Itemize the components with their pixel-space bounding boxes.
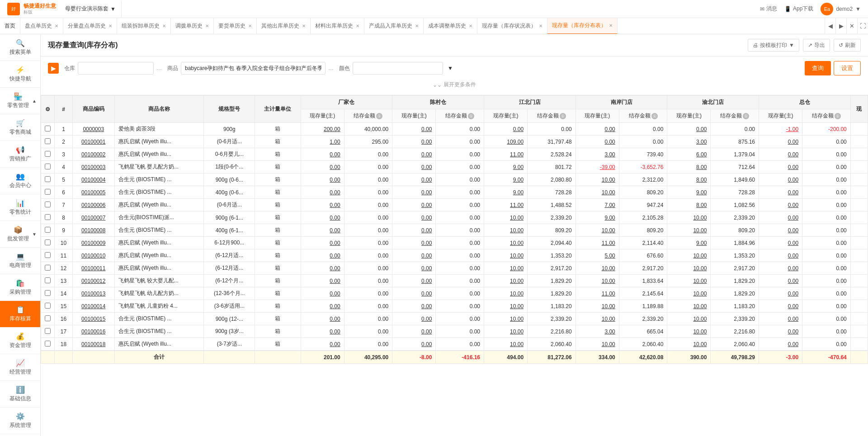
warehouse-input[interactable]	[78, 62, 154, 75]
row-checkbox[interactable]	[45, 126, 51, 131]
message-btn[interactable]: ✉ 消息	[760, 5, 777, 13]
yubei-qty[interactable]: 8.00	[667, 173, 711, 186]
info-icon[interactable]: ①	[651, 113, 658, 119]
row-selector[interactable]	[41, 313, 55, 325]
chencun-qty[interactable]: 0.00	[392, 287, 436, 300]
row-checkbox[interactable]	[45, 252, 51, 258]
chencun-qty[interactable]: 0.00	[392, 262, 436, 275]
yubei-qty[interactable]: 3.00	[667, 136, 711, 148]
yubei-qty[interactable]: 10.00	[667, 325, 711, 338]
total-qty[interactable]: 0.00	[759, 186, 802, 199]
tab-chanchengpin[interactable]: 产成品入库单历史 ✕	[364, 18, 424, 34]
total-qty[interactable]: 0.00	[759, 211, 802, 224]
nanan-qty[interactable]: 3.00	[576, 148, 619, 161]
nav-close-all-btn[interactable]: ✕	[846, 18, 857, 34]
row-code[interactable]: 00100018	[72, 338, 114, 351]
total-qty[interactable]: 0.00	[759, 338, 802, 351]
changjia-qty[interactable]: 0.00	[301, 262, 344, 275]
total-qty[interactable]: 0.00	[759, 199, 802, 211]
close-icon[interactable]: ✕	[539, 23, 542, 28]
row-code[interactable]: 00100009	[72, 237, 114, 249]
info-icon[interactable]: ①	[835, 113, 841, 119]
sidebar-item-member[interactable]: 👥 会员中心	[0, 168, 40, 194]
chencun-qty[interactable]: 0.00	[392, 123, 436, 136]
row-checkbox[interactable]	[45, 214, 51, 220]
nanan-qty[interactable]: 10.00	[576, 313, 619, 325]
changjia-qty[interactable]: 0.00	[301, 173, 344, 186]
nanan-qty[interactable]: 0.00	[576, 136, 619, 148]
total-qty[interactable]: 0.00	[759, 161, 802, 173]
close-icon[interactable]: ✕	[609, 23, 613, 28]
jiangbei-qty[interactable]: 9.00	[484, 186, 527, 199]
total-qty[interactable]: 0.00	[759, 325, 802, 338]
info-icon[interactable]: ①	[376, 113, 382, 119]
changjia-qty[interactable]: 0.00	[301, 186, 344, 199]
nanan-qty[interactable]: 5.00	[576, 249, 619, 262]
row-checkbox[interactable]	[45, 176, 51, 182]
sidebar-item-collab[interactable]: 🤝 企业协同	[0, 434, 40, 436]
close-icon[interactable]: ✕	[55, 23, 58, 28]
row-checkbox[interactable]	[45, 341, 51, 347]
filter-toggle-btn[interactable]: ▶	[48, 63, 59, 74]
row-selector[interactable]	[41, 262, 55, 275]
changjia-qty[interactable]: 0.00	[301, 211, 344, 224]
total-qty[interactable]: -1.00	[759, 123, 802, 136]
chencun-qty[interactable]: 0.00	[392, 325, 436, 338]
row-selector[interactable]	[41, 123, 55, 136]
changjia-qty[interactable]: 1.00	[301, 136, 344, 148]
total-qty[interactable]: 0.00	[759, 300, 802, 313]
nanan-qty[interactable]: 9.00	[576, 211, 619, 224]
yubei-qty[interactable]: 0.00	[667, 123, 711, 136]
jiangbei-qty[interactable]: 0.00	[484, 123, 527, 136]
nanan-qty[interactable]: 11.00	[576, 287, 619, 300]
jiangbei-qty[interactable]: 9.00	[484, 173, 527, 186]
yubei-qty[interactable]: 10.00	[667, 275, 711, 287]
row-code[interactable]: 00100005	[72, 186, 114, 199]
row-code[interactable]: 00100008	[72, 224, 114, 237]
total-qty[interactable]: 0.00	[759, 262, 802, 275]
row-checkbox[interactable]	[45, 151, 51, 157]
jiangbei-qty[interactable]: 10.00	[484, 300, 527, 313]
jiangbei-qty[interactable]: 10.00	[484, 325, 527, 338]
info-icon[interactable]: ①	[468, 113, 474, 119]
row-checkbox[interactable]	[45, 138, 51, 144]
row-selector[interactable]	[41, 211, 55, 224]
chencun-qty[interactable]: 0.00	[392, 249, 436, 262]
row-code[interactable]: 00100003	[72, 161, 114, 173]
yubei-qty[interactable]: 6.00	[667, 148, 711, 161]
yubei-qty[interactable]: 10.00	[667, 211, 711, 224]
row-checkbox[interactable]	[45, 303, 51, 309]
row-code[interactable]: 00100004	[72, 173, 114, 186]
nanan-qty[interactable]: 10.00	[576, 275, 619, 287]
chencun-qty[interactable]: 0.00	[392, 224, 436, 237]
row-selector[interactable]	[41, 325, 55, 338]
changjia-qty[interactable]: 0.00	[301, 275, 344, 287]
row-checkbox[interactable]	[45, 189, 51, 195]
close-icon[interactable]: ✕	[469, 23, 472, 28]
jiangbei-qty[interactable]: 9.00	[484, 161, 527, 173]
row-code[interactable]: 00100011	[72, 262, 114, 275]
tab-zuzhuan[interactable]: 组装拆卸单历史 ✕	[117, 18, 171, 34]
info-icon[interactable]: ①	[743, 113, 749, 119]
total-qty[interactable]: 0.00	[759, 313, 802, 325]
tab-qita-chuku[interactable]: 其他出库单历史 ✕	[257, 18, 311, 34]
nav-expand-btn[interactable]: ⛶	[857, 18, 868, 34]
query-btn[interactable]: 查询	[805, 61, 831, 75]
chencun-qty[interactable]: 0.00	[392, 313, 436, 325]
close-icon[interactable]: ✕	[205, 23, 209, 28]
print-btn[interactable]: 🖨 按模板打印 ▼	[748, 39, 799, 52]
chencun-qty[interactable]: 0.00	[392, 237, 436, 249]
jiangbei-qty[interactable]: 10.00	[484, 313, 527, 325]
jiangbei-qty[interactable]: 10.00	[484, 224, 527, 237]
row-checkbox[interactable]	[45, 277, 51, 283]
row-code[interactable]: 00100006	[72, 199, 114, 211]
sidebar-item-search[interactable]: 🔍 搜索英单	[0, 34, 40, 61]
total-qty[interactable]: 0.00	[759, 148, 802, 161]
row-code[interactable]: 00100001	[72, 136, 114, 148]
row-code[interactable]: 00100016	[72, 325, 114, 338]
changjia-qty[interactable]: 0.00	[301, 287, 344, 300]
nanan-qty[interactable]: -39.00	[576, 161, 619, 173]
sidebar-item-operations[interactable]: 📈 经营管理	[0, 354, 40, 381]
sidebar-item-system[interactable]: ⚙️ 系统管理	[0, 408, 40, 434]
nav-prev-btn[interactable]: ◀	[825, 18, 835, 34]
